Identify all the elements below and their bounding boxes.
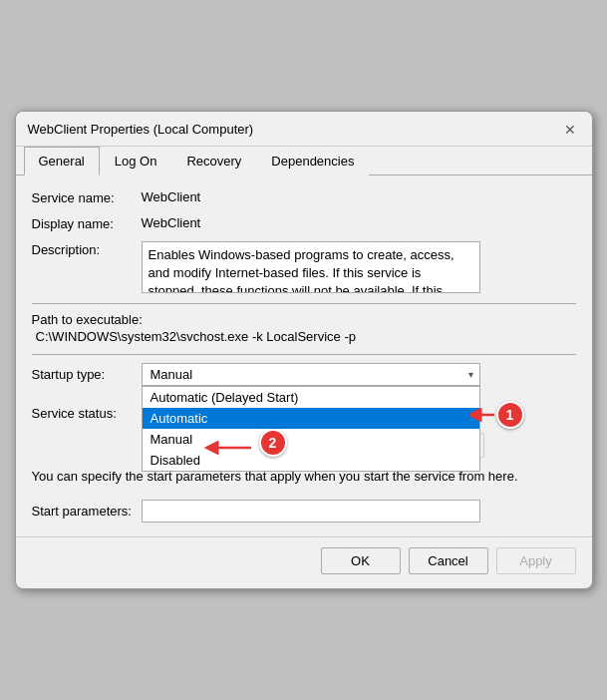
startup-row: Startup type: Manual ▾ Automatic (Delaye…: [32, 363, 576, 386]
display-name-value: WebClient: [142, 215, 201, 230]
footer: OK Cancel Apply: [16, 536, 592, 588]
divider-2: [32, 354, 576, 355]
service-name-row: Service name: WebClient: [32, 189, 576, 205]
tab-dependencies[interactable]: Dependencies: [256, 147, 369, 175]
display-name-row: Display name: WebClient: [32, 215, 576, 231]
startup-dropdown-value: Manual: [151, 367, 193, 382]
service-status-label: Service status:: [32, 406, 142, 421]
cancel-button[interactable]: Cancel: [409, 547, 488, 574]
description-label: Description:: [32, 241, 142, 257]
tab-general[interactable]: General: [24, 147, 100, 175]
dropdown-option-disabled[interactable]: Disabled: [143, 450, 479, 471]
divider-1: [32, 303, 576, 304]
startup-type-label: Startup type:: [32, 367, 142, 382]
description-value: Enables Windows-based programs to create…: [142, 241, 480, 293]
path-value: C:\WINDOWS\system32\svchost.exe -k Local…: [32, 329, 576, 344]
window-title: WebClient Properties (Local Computer): [28, 122, 254, 137]
dropdown-option-manual[interactable]: Manual: [143, 429, 479, 450]
apply-button[interactable]: Apply: [496, 547, 576, 574]
dropdown-option-auto-delayed[interactable]: Automatic (Delayed Start): [143, 387, 479, 408]
service-name-value: WebClient: [142, 189, 201, 204]
chevron-down-icon: ▾: [468, 369, 473, 380]
startup-dropdown-list: Automatic (Delayed Start) Automatic Manu…: [142, 386, 480, 472]
description-row: Description: Enables Windows-based progr…: [32, 241, 576, 293]
display-name-label: Display name:: [32, 215, 142, 231]
properties-window: WebClient Properties (Local Computer) ✕ …: [15, 111, 593, 589]
service-name-label: Service name:: [32, 189, 142, 205]
tab-content: Service name: WebClient Display name: We…: [16, 175, 592, 536]
annotation-circle-2: 2: [259, 429, 287, 457]
start-params-input[interactable]: [142, 500, 480, 523]
title-bar: WebClient Properties (Local Computer) ✕: [16, 112, 592, 147]
start-params-row: Start parameters:: [32, 500, 576, 523]
tab-recovery[interactable]: Recovery: [171, 147, 256, 175]
annotation-circle-1: 1: [496, 401, 524, 429]
dropdown-option-automatic[interactable]: Automatic: [143, 408, 479, 429]
ok-button[interactable]: OK: [321, 547, 401, 574]
start-params-label: Start parameters:: [32, 504, 142, 519]
close-button[interactable]: ✕: [560, 120, 580, 140]
startup-dropdown[interactable]: Manual ▾: [142, 363, 480, 386]
startup-dropdown-container: Manual ▾ Automatic (Delayed Start) Autom…: [142, 363, 480, 386]
path-section: Path to executable: C:\WINDOWS\system32\…: [32, 312, 576, 344]
annotation-arrow-2: [201, 440, 261, 464]
tab-bar: General Log On Recovery Dependencies: [16, 147, 592, 175]
tab-logon[interactable]: Log On: [100, 147, 172, 175]
path-label: Path to executable:: [32, 312, 576, 327]
